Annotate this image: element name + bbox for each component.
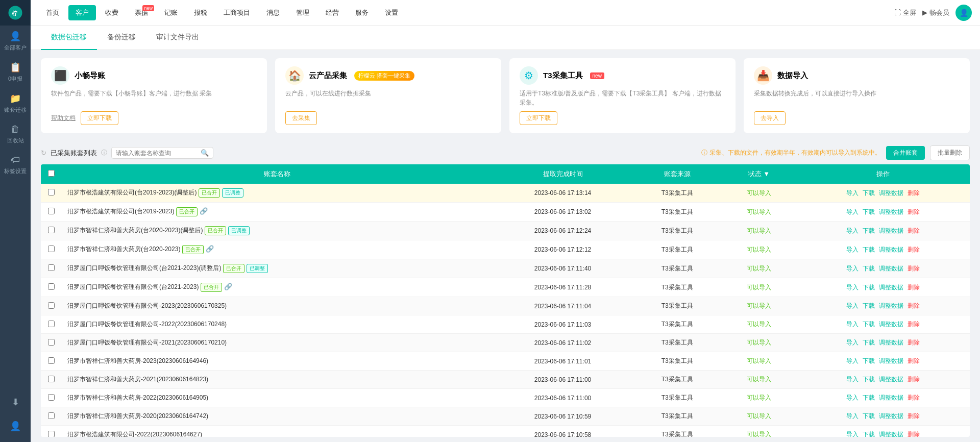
action-调整数据[interactable]: 调整数据 (879, 412, 903, 421)
nav-tax[interactable]: 报税 (187, 5, 214, 20)
action-删除[interactable]: 删除 (908, 189, 920, 198)
action-调整数据[interactable]: 调整数据 (879, 208, 903, 216)
row-checkbox[interactable] (48, 302, 55, 309)
sidebar-item-tag-settings[interactable]: 🏷 标签设置 (0, 150, 31, 180)
action-调整数据[interactable]: 调整数据 (879, 245, 903, 254)
nav-settings[interactable]: 设置 (378, 5, 405, 20)
action-调整数据[interactable]: 调整数据 (879, 394, 903, 402)
batch-delete-button[interactable]: 批量删除 (930, 145, 970, 160)
row-checkbox[interactable] (48, 412, 55, 419)
action-删除[interactable]: 删除 (908, 245, 920, 254)
action-删除[interactable]: 删除 (908, 320, 920, 329)
vip-button[interactable]: ▶ 畅会员 (922, 8, 949, 17)
action-下载[interactable]: 下载 (863, 189, 875, 198)
download-btn-xiaochange[interactable]: 立即下载 (81, 111, 118, 125)
row-link-icon[interactable]: 🔗 (224, 283, 232, 290)
action-删除[interactable]: 删除 (908, 338, 920, 347)
action-下载[interactable]: 下载 (863, 264, 875, 273)
action-调整数据[interactable]: 调整数据 (879, 430, 903, 437)
action-删除[interactable]: 删除 (908, 227, 920, 235)
nav-home[interactable]: 首页 (39, 5, 66, 20)
action-下载[interactable]: 下载 (863, 412, 875, 421)
action-删除[interactable]: 删除 (908, 302, 920, 310)
nav-clients[interactable]: 客户 (68, 5, 96, 20)
action-导入[interactable]: 导入 (846, 227, 859, 235)
action-下载[interactable]: 下载 (863, 208, 875, 216)
action-下载[interactable]: 下载 (863, 338, 875, 347)
nav-bookkeeping[interactable]: 记账 (157, 5, 185, 20)
refresh-icon[interactable]: ↻ (41, 149, 46, 157)
action-导入[interactable]: 导入 (846, 357, 859, 365)
fullscreen-button[interactable]: ⛶ 全屏 (894, 8, 916, 17)
row-checkbox[interactable] (48, 394, 55, 401)
action-调整数据[interactable]: 调整数据 (879, 375, 903, 384)
row-checkbox[interactable] (48, 208, 55, 214)
action-删除[interactable]: 删除 (908, 357, 920, 365)
row-link-icon[interactable]: 🔗 (206, 245, 214, 253)
download-btn-t3tool[interactable]: 立即下载 (520, 111, 557, 125)
action-下载[interactable]: 下载 (863, 245, 875, 254)
row-checkbox[interactable] (48, 431, 55, 437)
avatar[interactable]: 👤 (955, 5, 972, 21)
action-导入[interactable]: 导入 (846, 338, 859, 347)
action-导入[interactable]: 导入 (846, 302, 859, 310)
help-icon[interactable]: ⓘ (101, 149, 107, 157)
sidebar-item-all-clients[interactable]: 👤 全部客户 (0, 26, 31, 57)
row-checkbox[interactable] (48, 357, 55, 364)
select-all-checkbox[interactable] (48, 170, 55, 177)
nav-fees[interactable]: 收费 (98, 5, 126, 20)
action-导入[interactable]: 导入 (846, 430, 859, 437)
tab-backup-migration[interactable]: 备份迁移 (97, 26, 146, 50)
row-checkbox[interactable] (48, 264, 55, 271)
import-btn-dataimport[interactable]: 去导入 (754, 111, 786, 125)
action-删除[interactable]: 删除 (908, 375, 920, 384)
search-icon[interactable]: 🔍 (201, 149, 209, 157)
action-下载[interactable]: 下载 (863, 227, 875, 235)
action-删除[interactable]: 删除 (908, 412, 920, 421)
row-checkbox[interactable] (48, 283, 55, 290)
row-checkbox[interactable] (48, 245, 55, 252)
row-link-icon[interactable]: 🔗 (200, 207, 208, 215)
action-调整数据[interactable]: 调整数据 (879, 283, 903, 292)
action-调整数据[interactable]: 调整数据 (879, 189, 903, 198)
action-调整数据[interactable]: 调整数据 (879, 264, 903, 273)
action-导入[interactable]: 导入 (846, 264, 859, 273)
collect-btn-yunproduct[interactable]: 去采集 (285, 111, 317, 125)
row-checkbox[interactable] (48, 321, 55, 327)
action-调整数据[interactable]: 调整数据 (879, 357, 903, 365)
row-checkbox[interactable] (48, 227, 55, 233)
action-导入[interactable]: 导入 (846, 245, 859, 254)
action-下载[interactable]: 下载 (863, 375, 875, 384)
tab-data-migration[interactable]: 数据包迁移 (41, 26, 97, 50)
action-导入[interactable]: 导入 (846, 412, 859, 421)
row-checkbox[interactable] (48, 189, 55, 195)
nav-tickets[interactable]: 票据 new (128, 5, 155, 20)
search-input[interactable] (116, 150, 198, 157)
action-导入[interactable]: 导入 (846, 189, 859, 198)
action-导入[interactable]: 导入 (846, 375, 859, 384)
action-下载[interactable]: 下载 (863, 302, 875, 310)
action-导入[interactable]: 导入 (846, 283, 859, 292)
action-调整数据[interactable]: 调整数据 (879, 227, 903, 235)
action-删除[interactable]: 删除 (908, 394, 920, 402)
action-导入[interactable]: 导入 (846, 320, 859, 329)
sidebar-item-user[interactable]: 👤 (0, 415, 31, 437)
action-下载[interactable]: 下载 (863, 430, 875, 437)
nav-operations[interactable]: 经营 (318, 5, 346, 20)
merge-accounts-button[interactable]: 合并账套 (886, 146, 925, 160)
action-删除[interactable]: 删除 (908, 264, 920, 273)
nav-biz[interactable]: 工商项目 (216, 5, 257, 20)
action-导入[interactable]: 导入 (846, 394, 859, 402)
app-logo[interactable]: 柠 (0, 0, 31, 26)
sidebar-item-account-migration[interactable]: 📁 账套迁移 (0, 88, 31, 119)
action-删除[interactable]: 删除 (908, 208, 920, 216)
action-调整数据[interactable]: 调整数据 (879, 338, 903, 347)
action-下载[interactable]: 下载 (863, 320, 875, 329)
nav-services[interactable]: 服务 (348, 5, 376, 20)
action-导入[interactable]: 导入 (846, 208, 859, 216)
action-调整数据[interactable]: 调整数据 (879, 302, 903, 310)
action-下载[interactable]: 下载 (863, 357, 875, 365)
action-下载[interactable]: 下载 (863, 283, 875, 292)
sidebar-item-zero-report[interactable]: 📋 0申报 (0, 57, 31, 88)
sidebar-item-download[interactable]: ⬇ (0, 391, 31, 413)
